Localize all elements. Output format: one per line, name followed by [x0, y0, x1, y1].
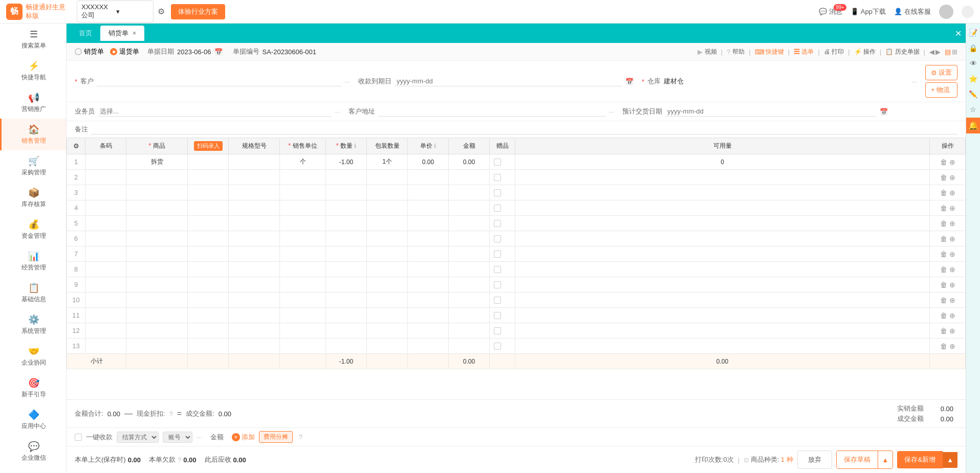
sidebar-item-marketing[interactable]: 📢 营销推广	[0, 87, 66, 119]
customer-dots-icon[interactable]: ···	[344, 78, 350, 85]
app-download-button[interactable]: 📱 App下载	[851, 7, 886, 16]
sidebar-item-vip[interactable]: 🏆 畅会员	[0, 467, 66, 473]
copy-icon[interactable]: ⊕	[949, 173, 955, 182]
copy-icon[interactable]: ⊕	[949, 311, 955, 320]
copy-icon[interactable]: ⊕	[949, 296, 955, 304]
sidebar-item-system[interactable]: ⚙️ 系统管理	[0, 309, 66, 341]
gift-checkbox[interactable]	[494, 312, 501, 319]
copy-icon[interactable]: ⊕	[949, 342, 955, 350]
operation-button[interactable]: ⚡ 操作	[854, 48, 876, 56]
customer-address-input[interactable]	[378, 106, 605, 117]
customer-input[interactable]	[97, 76, 341, 86]
scan-button[interactable]: 扫码录入	[194, 141, 223, 151]
delete-icon[interactable]: 🗑	[940, 158, 947, 166]
salesperson-input[interactable]	[98, 106, 332, 117]
gift-checkbox[interactable]	[494, 220, 501, 227]
company-selector[interactable]: XXXXXX公司 ▾	[77, 1, 154, 22]
pay-dots-icon[interactable]: ···	[197, 433, 202, 441]
gift-checkbox[interactable]	[494, 159, 501, 166]
th-settings[interactable]: ⚙	[67, 138, 85, 154]
cell-gift[interactable]	[490, 231, 515, 246]
sidebar-item-appstore[interactable]: 🔷 应用中心	[0, 404, 66, 436]
gift-checkbox[interactable]	[494, 281, 501, 288]
table-settings-icon[interactable]: ⚙	[73, 142, 79, 150]
cell-gift[interactable]	[490, 262, 515, 277]
cell-gift[interactable]	[490, 308, 515, 323]
cell-gift[interactable]	[490, 277, 515, 292]
delete-icon[interactable]: 🗑	[940, 173, 947, 182]
gift-checkbox[interactable]	[494, 174, 501, 181]
add-button[interactable]: + 添加	[232, 433, 255, 442]
sidebar-item-wechat[interactable]: 💬 企业微信	[0, 436, 66, 467]
delete-icon[interactable]: 🗑	[940, 342, 947, 350]
gift-checkbox[interactable]	[494, 266, 501, 273]
sidebar-item-search[interactable]: ☰ 搜索菜单	[0, 24, 66, 55]
radio-return-order[interactable]: 退货单	[110, 47, 139, 56]
sidebar-item-operation[interactable]: 📊 经营管理	[0, 245, 66, 277]
account-select[interactable]: 账号	[163, 432, 192, 443]
delete-icon[interactable]: 🗑	[940, 219, 947, 228]
delivery-date-input[interactable]	[665, 106, 877, 117]
salesperson-dots-icon[interactable]: ···	[335, 108, 340, 116]
print-button[interactable]: 🖨 打印	[824, 48, 844, 56]
arrear-help-icon[interactable]: ?	[178, 456, 181, 464]
sidebar-item-capital[interactable]: 💰 资金管理	[0, 214, 66, 245]
logistics-button[interactable]: + 物流	[925, 82, 957, 98]
sidebar-item-quick-nav[interactable]: ⚡ 快捷导航	[0, 55, 66, 87]
copy-icon[interactable]: ⊕	[949, 189, 955, 197]
right-tool-orange[interactable]: 🔔	[966, 118, 980, 133]
next-arrow[interactable]: ▶	[935, 48, 941, 56]
gift-checkbox[interactable]	[494, 343, 501, 350]
copy-icon[interactable]: ⊕	[949, 204, 955, 212]
copy-icon[interactable]: ⊕	[949, 235, 955, 243]
copy-icon[interactable]: ⊕	[949, 265, 955, 274]
save-draft-chevron[interactable]: ▲	[878, 452, 893, 468]
cell-gift[interactable]	[490, 292, 515, 308]
delivery-cal-icon[interactable]: 📅	[880, 108, 888, 116]
right-tool-1[interactable]: 📝	[966, 26, 980, 40]
remark-input[interactable]	[91, 124, 957, 134]
right-tool-6[interactable]: ☆	[966, 102, 980, 117]
delete-icon[interactable]: 🗑	[940, 265, 947, 274]
save-new-chevron[interactable]: ▲	[943, 452, 957, 468]
cell-gift[interactable]	[490, 170, 515, 185]
delete-icon[interactable]: 🗑	[940, 204, 947, 212]
copy-icon[interactable]: ⊕	[949, 158, 955, 166]
one-click-checkbox[interactable]	[75, 434, 82, 441]
cell-gift[interactable]	[490, 339, 515, 354]
payment-cal-icon[interactable]: 📅	[625, 78, 634, 85]
tab-close-icon[interactable]: ×	[133, 29, 137, 37]
settings-button[interactable]: ⚙ 设置	[925, 65, 957, 80]
price-info-icon[interactable]: ℹ	[434, 143, 436, 149]
gift-checkbox[interactable]	[494, 251, 501, 258]
right-tool-5[interactable]: ✏️	[966, 87, 980, 101]
sidebar-item-basic[interactable]: 📋 基础信息	[0, 277, 66, 309]
qty-info-icon[interactable]: ℹ	[354, 143, 356, 149]
cash-discount-help[interactable]: ?	[169, 410, 173, 418]
save-new-button[interactable]: 保存&新增	[897, 451, 943, 468]
grid-view-icon[interactable]: ⊞	[952, 48, 957, 56]
right-tool-2[interactable]: 🔒	[966, 41, 980, 55]
gift-checkbox[interactable]	[494, 327, 501, 334]
expense-split-button[interactable]: 费用分摊	[259, 431, 293, 443]
delete-icon[interactable]: 🗑	[940, 250, 947, 258]
payment-due-input[interactable]	[395, 76, 622, 86]
tab-bar-close-icon[interactable]: ✕	[955, 29, 962, 38]
sidebar-item-enterprise[interactable]: 🤝 企业协同	[0, 341, 66, 372]
copy-icon[interactable]: ⊕	[949, 219, 955, 228]
copy-icon[interactable]: ⊕	[949, 327, 955, 335]
online-service-button[interactable]: 👤 在线客服	[894, 7, 931, 16]
copy-icon[interactable]: ⊕	[949, 250, 955, 258]
radio-sales-order[interactable]: 销货单	[75, 47, 104, 56]
settlement-select[interactable]: 结算方式	[117, 432, 159, 443]
delete-icon[interactable]: 🗑	[940, 189, 947, 197]
cell-gift[interactable]	[490, 185, 515, 200]
settings-gear-icon[interactable]: ⚙	[158, 7, 165, 16]
delete-icon[interactable]: 🗑	[940, 281, 947, 289]
gift-checkbox[interactable]	[494, 205, 501, 212]
right-tool-3[interactable]: 👁	[966, 56, 980, 71]
warehouse-dots-icon[interactable]: ···	[911, 78, 917, 85]
video-icon[interactable]: ▶	[698, 48, 703, 56]
th-scan[interactable]: 扫码录入	[188, 138, 229, 154]
save-draft-button[interactable]: 保存草稿	[837, 451, 878, 468]
